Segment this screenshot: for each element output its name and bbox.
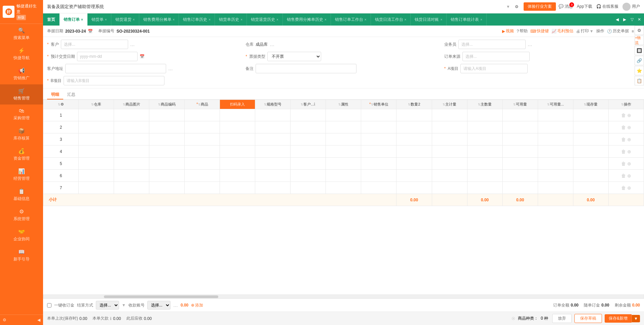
row-copy-0[interactable]: ⊕	[627, 113, 631, 118]
cell-5-qty2[interactable]	[396, 170, 432, 182]
cell-4-customer_code[interactable]	[291, 158, 326, 170]
tab-close-1[interactable]: ×	[81, 18, 83, 22]
cell-2-sale_unit[interactable]	[361, 133, 396, 146]
th-settings[interactable]: ⇅⚙	[43, 100, 79, 109]
cell-6-customer_code[interactable]	[291, 182, 326, 194]
cell-1-image[interactable]	[114, 121, 149, 133]
cell-1-customer_code[interactable]	[291, 121, 326, 133]
cell-3-image[interactable]	[114, 146, 149, 158]
cell-3-qty2[interactable]	[396, 146, 432, 158]
tab-prev-arrow[interactable]: ◀	[614, 16, 620, 23]
delivery-calendar-icon[interactable]: 📅	[140, 54, 145, 59]
th-product[interactable]: *⇅商品	[185, 100, 220, 109]
tab-close-7[interactable]: ×	[276, 18, 278, 22]
salesperson-input[interactable]	[458, 40, 526, 49]
cell-5-base_qty[interactable]	[467, 170, 502, 182]
cell-6-base_qty[interactable]	[467, 182, 502, 194]
th-customer_code[interactable]: ⇅客户...ℹ	[291, 100, 326, 109]
sidebar-item-8[interactable]: 📋基础信息	[0, 185, 43, 205]
cell-6-spec[interactable]	[255, 182, 291, 194]
invoice-type-select[interactable]: 不开票	[267, 52, 321, 61]
sidebar-item-6[interactable]: 💰资金管理	[0, 145, 43, 165]
cell-2-barcode[interactable]	[220, 133, 255, 146]
sidebar-item-3[interactable]: 🛒销售管理	[0, 84, 43, 105]
a-project-input[interactable]	[460, 64, 528, 73]
b-project-input[interactable]	[64, 76, 164, 85]
cell-6-image[interactable]	[114, 182, 149, 194]
row-copy-4[interactable]: ⊕	[627, 161, 631, 166]
tab-close-5[interactable]: ×	[209, 18, 211, 22]
cell-0-sku_code[interactable]	[149, 109, 185, 121]
row-copy-3[interactable]: ⊕	[627, 149, 631, 154]
cell-3-barcode[interactable]	[220, 146, 255, 158]
cell-2-avail[interactable]	[502, 133, 538, 146]
discard-btn[interactable]: 放弃	[552, 314, 572, 323]
cell-4-warehouse[interactable]	[79, 158, 114, 170]
tab-6[interactable]: 销货单历史×	[215, 13, 247, 26]
cell-1-qty2[interactable]	[396, 121, 432, 133]
tab-10[interactable]: 钱货日清工作台×	[371, 13, 411, 26]
cell-2-image[interactable]	[114, 133, 149, 146]
tab-close-6[interactable]: ×	[240, 18, 242, 22]
cell-2-customer_code[interactable]	[291, 133, 326, 146]
cell-5-stock[interactable]	[573, 170, 608, 182]
cell-1-base_unit[interactable]	[432, 121, 467, 133]
cell-1-base_qty[interactable]	[467, 121, 502, 133]
sidebar-item-4[interactable]: 🛍采购管理	[0, 105, 43, 124]
cell-5-barcode[interactable]	[220, 170, 255, 182]
cell-1-avail[interactable]	[502, 121, 538, 133]
cell-1-product[interactable]	[185, 121, 220, 133]
cell-0-base_unit[interactable]	[432, 109, 467, 121]
right-icon4[interactable]: 📋	[635, 76, 644, 85]
sidebar-item-5[interactable]: 📦库存核算	[0, 124, 43, 145]
cell-4-avail[interactable]	[502, 158, 538, 170]
tab-close-11[interactable]: ×	[440, 18, 442, 22]
address-expand-icon[interactable]: …	[168, 66, 173, 71]
one-click-checkbox[interactable]	[47, 303, 51, 308]
cell-6-sale_unit[interactable]	[361, 182, 396, 194]
tab-close-3[interactable]: ×	[133, 18, 135, 22]
th-avail[interactable]: ⇅可用量	[502, 100, 538, 109]
salesperson-expand-icon[interactable]: …	[528, 42, 532, 47]
cell-2-sku_code[interactable]	[149, 133, 185, 146]
cell-4-product[interactable]	[185, 158, 220, 170]
history-action[interactable]: 🕐 历史单据	[607, 28, 629, 34]
scrollbar-thumb[interactable]	[104, 295, 218, 298]
cell-6-avail[interactable]	[502, 182, 538, 194]
cell-3-avail[interactable]	[502, 146, 538, 158]
row-copy-6[interactable]: ⊕	[627, 185, 631, 191]
cell-3-stock[interactable]	[573, 146, 608, 158]
right-icon3[interactable]: ⭐	[635, 66, 644, 75]
customer-expand-icon[interactable]: …	[130, 42, 135, 47]
tab-close-2[interactable]: ×	[105, 18, 107, 22]
cell-0-attr[interactable]	[326, 109, 361, 121]
tab-7[interactable]: 销货退货历史×	[247, 13, 283, 26]
cell-4-attr[interactable]	[326, 158, 361, 170]
sidebar-item-0[interactable]: 🔍搜索菜单	[0, 24, 43, 44]
right-icon1[interactable]: 🔲	[635, 46, 644, 55]
notes-input[interactable]	[256, 64, 356, 73]
th-ops[interactable]: ⇅操作	[608, 100, 644, 109]
th-avail2[interactable]: ⇅可用量...	[538, 100, 573, 109]
tab-close-9[interactable]: ×	[365, 18, 367, 22]
th-barcode[interactable]: 扫码录入	[220, 100, 255, 109]
cell-3-sku_code[interactable]	[149, 146, 185, 158]
calendar-icon[interactable]: 📅	[88, 29, 93, 34]
payment-method-select[interactable]: 选择...	[96, 301, 119, 310]
cell-0-warehouse[interactable]	[79, 109, 114, 121]
cell-4-barcode[interactable]	[220, 158, 255, 170]
cell-5-sale_unit[interactable]	[361, 170, 396, 182]
cell-6-attr[interactable]	[326, 182, 361, 194]
help-action[interactable]: ? 帮助	[517, 28, 528, 34]
cell-5-base_unit[interactable]	[432, 170, 467, 182]
cell-0-base_qty[interactable]	[467, 109, 502, 121]
right-settings-btn[interactable]: ⚙	[635, 26, 644, 35]
cell-5-customer_code[interactable]	[291, 170, 326, 182]
row-copy-5[interactable]: ⊕	[627, 173, 631, 178]
cell-2-product[interactable]	[185, 133, 220, 146]
print-action[interactable]: 🖨 打印 ▼	[576, 28, 594, 34]
cell-6-warehouse[interactable]	[79, 182, 114, 194]
cell-2-stock[interactable]	[573, 133, 608, 146]
row-delete-3[interactable]: 🗑	[621, 149, 626, 154]
cell-5-attr[interactable]	[326, 170, 361, 182]
